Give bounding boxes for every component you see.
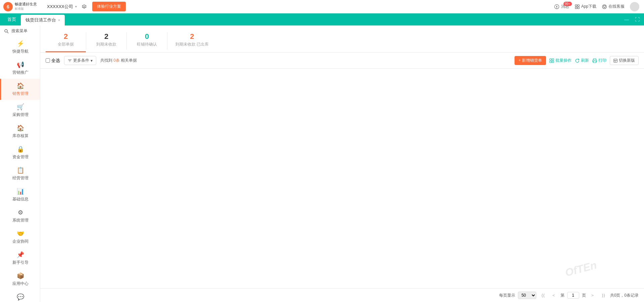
sidebar-item-label: 企业协同 bbox=[12, 239, 29, 244]
operations-icon: 📋 bbox=[17, 167, 24, 174]
tab-active-label: 钱货日清工作台 bbox=[25, 17, 56, 23]
sidebar-item-quick-nav[interactable]: ⚡ 快捷导航 bbox=[0, 37, 40, 58]
stat-count-pending: 0 bbox=[135, 32, 159, 41]
tab-home[interactable]: 首页 bbox=[3, 13, 21, 25]
stat-count-all: 2 bbox=[54, 32, 78, 41]
stats-tab-row: 2 全部单据 2 到期未收款 0 旺铺待确认 2 到期未收款 已出库 bbox=[46, 29, 639, 52]
company-name: XXXXXX公司 bbox=[47, 4, 73, 10]
last-page-button[interactable]: ⟩⟩ bbox=[599, 291, 607, 299]
sidebar-item-label: 系统管理 bbox=[12, 218, 29, 223]
next-page-button[interactable]: ＞ bbox=[589, 291, 597, 299]
marketing-icon: 📢 bbox=[17, 61, 24, 68]
top-header: 6 畅捷通好生意 标准版 XXXXXX公司 ▾ 体验行业方案 消息 99+ bbox=[0, 0, 644, 13]
svg-rect-2 bbox=[575, 7, 577, 9]
basic-info-icon: 📊 bbox=[17, 188, 24, 195]
filter-label: 更多条件 bbox=[73, 58, 89, 63]
first-page-button[interactable]: ⟨⟨ bbox=[539, 291, 547, 299]
found-suffix: 相关单据 bbox=[121, 58, 137, 63]
select-all-checkbox[interactable]: 全选 bbox=[46, 58, 60, 64]
logo-area: 6 畅捷通好生意 标准版 bbox=[3, 2, 44, 11]
tab-minimize-button[interactable]: — bbox=[623, 15, 631, 23]
svg-rect-1 bbox=[578, 5, 579, 6]
checkbox-input[interactable] bbox=[46, 58, 50, 63]
sidebar-item-enterprise[interactable]: 🤝 企业协同 bbox=[0, 227, 40, 248]
sidebar-item-label: 营销推广 bbox=[12, 70, 29, 75]
sidebar-item-guide[interactable]: 📌 新手引导 bbox=[0, 248, 40, 269]
sidebar-item-label: 应用中心 bbox=[12, 281, 29, 287]
add-sales-order-button[interactable]: + 新增销货单 bbox=[515, 56, 546, 65]
refresh-button[interactable]: 刷新 bbox=[575, 58, 589, 63]
avatar-image bbox=[630, 2, 639, 11]
per-page-label: 每页显示 bbox=[499, 293, 515, 298]
sidebar-item-label: 采购管理 bbox=[12, 112, 29, 118]
toolbar: 全选 更多条件 ▾ 共找到 0条 相关单据 + 新增销货单 bbox=[40, 53, 644, 69]
logo-badge: 标准版 bbox=[15, 7, 37, 11]
user-avatar[interactable] bbox=[630, 2, 641, 11]
svg-rect-0 bbox=[575, 5, 577, 6]
tab-close-icon[interactable]: × bbox=[58, 18, 60, 22]
settings-button[interactable] bbox=[79, 2, 89, 11]
sidebar-item-system[interactable]: ⚙ 系统管理 bbox=[0, 205, 40, 227]
sidebar-item-marketing[interactable]: 📢 营销推广 bbox=[0, 58, 40, 79]
sidebar-item-wechat[interactable]: 💬 企业微信 bbox=[0, 290, 40, 302]
batch-label: 批量操作 bbox=[555, 58, 572, 63]
table-area bbox=[40, 69, 644, 288]
svg-point-5 bbox=[5, 29, 7, 32]
print-button[interactable]: 打印 bbox=[592, 58, 606, 63]
found-text: 共找到 0条 相关单据 bbox=[100, 58, 137, 63]
svg-rect-12 bbox=[550, 61, 551, 63]
svg-line-6 bbox=[7, 32, 9, 33]
sidebar-item-label: 新手引导 bbox=[12, 260, 29, 265]
page-input[interactable] bbox=[567, 292, 579, 299]
company-selector[interactable]: XXXXXX公司 ▾ bbox=[47, 4, 77, 10]
quick-nav-icon: ⚡ bbox=[17, 40, 24, 47]
filter-icon bbox=[68, 59, 72, 63]
stat-tab-overdue-shipped[interactable]: 2 到期未收款 已出库 bbox=[167, 29, 217, 52]
app-download-button[interactable]: App下载 bbox=[575, 4, 596, 9]
svg-rect-3 bbox=[578, 7, 579, 9]
try-industry-button[interactable]: 体验行业方案 bbox=[92, 2, 126, 11]
filter-arrow-icon: ▾ bbox=[91, 58, 93, 63]
sidebar-item-sales[interactable]: 🏠 销售管理 bbox=[0, 79, 40, 100]
stat-label-pending: 旺铺待确认 bbox=[135, 42, 159, 47]
sidebar-item-basic-info[interactable]: 📊 基础信息 bbox=[0, 184, 40, 205]
sidebar-item-purchase[interactable]: 🛒 采购管理 bbox=[0, 100, 40, 121]
svg-rect-16 bbox=[614, 59, 617, 62]
sidebar-item-label: 经营管理 bbox=[12, 175, 29, 181]
switch-new-version-button[interactable]: 切换新版 bbox=[610, 56, 639, 65]
sidebar-item-inventory[interactable]: 🏠 库存核算 bbox=[0, 121, 40, 142]
chevron-down-icon: ▾ bbox=[75, 5, 77, 8]
stat-tab-all[interactable]: 2 全部单据 bbox=[46, 29, 86, 52]
tab-bar-actions: — ⛶ bbox=[623, 15, 641, 23]
wechat-icon: 💬 bbox=[17, 293, 24, 301]
tab-active[interactable]: 钱货日清工作台 × bbox=[21, 15, 65, 25]
stat-label-overdue: 到期未收款 bbox=[94, 42, 118, 47]
toolbar-right: + 新增销货单 批量操作 刷新 bbox=[515, 56, 639, 65]
sidebar-item-app-center[interactable]: 📦 应用中心 bbox=[0, 269, 40, 290]
search-menu-label: 搜索菜单 bbox=[11, 28, 28, 34]
stat-tab-pending[interactable]: 0 旺铺待确认 bbox=[127, 29, 167, 52]
found-prefix: 共找到 bbox=[100, 58, 112, 63]
sales-icon: 🏠 bbox=[17, 82, 24, 89]
enterprise-icon: 🤝 bbox=[17, 230, 24, 237]
sidebar-item-operations[interactable]: 📋 经营管理 bbox=[0, 163, 40, 184]
prev-page-button[interactable]: ＜ bbox=[550, 291, 558, 299]
inventory-icon: 🏠 bbox=[17, 124, 24, 132]
found-count: 0条 bbox=[113, 58, 120, 63]
select-all-label: 全选 bbox=[51, 58, 60, 64]
total-info: 共0页，0条记录 bbox=[610, 293, 639, 298]
sidebar-item-label: 快捷导航 bbox=[12, 49, 29, 54]
pagination-bar: 每页显示 10 20 50 100 ⟨⟨ ＜ 第 页 ＞ ⟩⟩ 共0页，0条记录 bbox=[40, 288, 644, 302]
header-right: 消息 99+ App下载 在线客服 bbox=[554, 2, 641, 11]
sidebar-item-label: 资金管理 bbox=[12, 154, 29, 160]
per-page-select[interactable]: 10 20 50 100 bbox=[518, 292, 536, 299]
online-support-button[interactable]: 在线客服 bbox=[602, 4, 625, 9]
stat-label-overdue-shipped: 到期未收款 已出库 bbox=[175, 42, 209, 47]
tab-expand-button[interactable]: ⛶ bbox=[633, 15, 641, 23]
sidebar-item-finance[interactable]: 🔒 资金管理 bbox=[0, 142, 40, 163]
filter-button[interactable]: 更多条件 ▾ bbox=[64, 56, 96, 65]
search-menu-item[interactable]: 搜索菜单 bbox=[0, 25, 40, 37]
stat-tab-overdue[interactable]: 2 到期未收款 bbox=[86, 29, 126, 52]
batch-operation-button[interactable]: 批量操作 bbox=[549, 58, 572, 63]
messages-button[interactable]: 消息 99+ bbox=[554, 4, 569, 10]
